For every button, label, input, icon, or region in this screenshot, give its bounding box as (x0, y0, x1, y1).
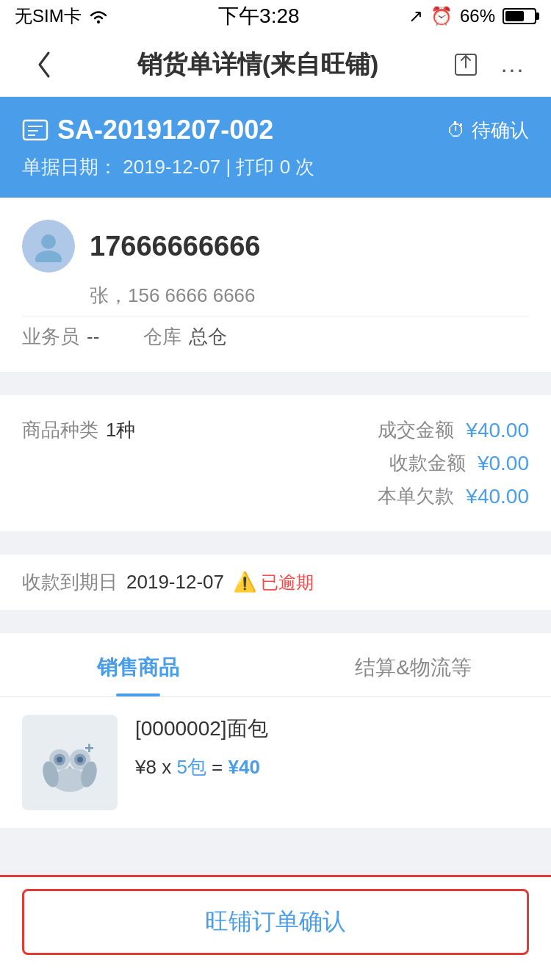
due-label: 收款到期日 (22, 569, 118, 595)
tab-settlement[interactable]: 结算&物流等 (276, 633, 551, 696)
battery-icon (503, 8, 536, 24)
received-row: 收款金额 ¥0.00 (389, 450, 529, 476)
product-name: [0000002]面包 (135, 715, 529, 743)
amount-label: 成交金额 (378, 417, 454, 443)
print-label: | 打印 (226, 156, 274, 178)
quantity-value: 5包 (176, 756, 206, 778)
back-button[interactable] (22, 43, 66, 87)
svg-text:+: + (84, 739, 94, 757)
equals-sign: = (212, 756, 228, 778)
svg-point-14 (77, 757, 83, 763)
status-carrier: 无SIM卡 (15, 4, 109, 28)
svg-point-8 (35, 251, 62, 262)
status-bar: 无SIM卡 下午3:28 ↗ ⏰ 66% (0, 0, 551, 32)
due-section: 收款到期日 2019-12-07 ⚠️ 已逾期 (0, 555, 551, 610)
battery-percentage: 66% (460, 6, 495, 26)
salesperson-value: -- (87, 325, 99, 348)
category-label: 商品种类 (22, 417, 98, 443)
overdue-badge: ⚠️ 已逾期 (233, 571, 314, 594)
stats-right: 成交金额 ¥40.00 收款金额 ¥0.00 本单欠款 ¥40.00 (378, 417, 529, 509)
order-header: SA-20191207-002 ⏱ 待确认 单据日期： 2019-12-07 |… (0, 97, 551, 198)
customer-meta: 业务员 -- 仓库 总仓 (22, 316, 529, 350)
owed-row: 本单欠款 ¥40.00 (378, 483, 529, 509)
customer-name: 张，156 6666 6666 (22, 283, 529, 309)
date-label: 单据日期： (22, 156, 118, 178)
product-section: + [0000002]面包 ¥8 x 5包 = ¥40 (0, 697, 551, 828)
warehouse-label: 仓库 (143, 324, 181, 350)
nav-actions: ... (450, 48, 529, 81)
customer-phone-row: 17666666666 (22, 220, 529, 273)
location-icon: ↗ (408, 6, 423, 26)
amount-value: ¥40.00 (466, 419, 529, 442)
tab-sales-products[interactable]: 销售商品 (0, 633, 276, 696)
category-row: 商品种类 1种 (22, 417, 135, 443)
print-count: 0 (280, 156, 290, 178)
stats-left: 商品种类 1种 (22, 417, 135, 443)
warehouse-value: 总仓 (189, 324, 227, 350)
product-price: ¥8 x 5包 = ¥40 (135, 754, 529, 780)
received-value: ¥0.00 (478, 452, 529, 475)
divider-1 (0, 383, 551, 395)
date-value: 2019-12-07 (123, 156, 220, 178)
multiply-sign: x (162, 756, 176, 778)
status-time: 下午3:28 (218, 2, 300, 30)
tab-settlement-label: 结算&物流等 (355, 656, 472, 679)
owed-value: ¥40.00 (466, 485, 529, 508)
price-value: ¥8 (135, 756, 156, 778)
carrier-text: 无SIM卡 (15, 4, 82, 28)
overdue-text: 已逾期 (261, 571, 314, 594)
due-date-value: 2019-12-07 (126, 571, 224, 594)
customer-avatar (22, 220, 75, 273)
salesperson-label: 业务员 (22, 324, 79, 350)
tabs-section: 销售商品 结算&物流等 (0, 633, 551, 697)
bottom-bar: 旺铺订单确认 (0, 875, 551, 980)
confirm-order-button[interactable]: 旺铺订单确认 (22, 889, 529, 955)
more-button[interactable]: ... (497, 48, 529, 81)
svg-point-13 (57, 757, 62, 763)
share-button[interactable] (450, 48, 482, 81)
customer-section: 17666666666 张，156 6666 6666 业务员 -- 仓库 总仓 (0, 198, 551, 372)
product-info: [0000002]面包 ¥8 x 5包 = ¥40 (135, 715, 529, 780)
order-icon (22, 119, 48, 141)
stats-section: 商品种类 1种 成交金额 ¥40.00 收款金额 ¥0.00 本单欠款 ¥40.… (0, 395, 551, 531)
alarm-icon: ⏰ (431, 6, 453, 26)
owed-label: 本单欠款 (378, 483, 454, 509)
more-icon: ... (501, 51, 525, 78)
nav-bar: 销货单详情(来自旺铺) ... (0, 32, 551, 97)
svg-point-7 (41, 234, 56, 249)
product-thumbnail: + (22, 715, 118, 810)
order-id-row: SA-20191207-002 (22, 115, 273, 145)
salesperson-item: 业务员 -- (22, 324, 99, 350)
nav-title: 销货单详情(来自旺铺) (66, 48, 450, 82)
order-status: ⏱ 待确认 (447, 118, 529, 143)
total-value: ¥40 (228, 756, 260, 778)
overdue-icon: ⚠️ (233, 571, 256, 594)
status-indicators: ↗ ⏰ 66% (408, 6, 536, 26)
divider-3 (0, 621, 551, 633)
wifi-icon (87, 8, 109, 24)
status-clock-icon: ⏱ (447, 119, 466, 142)
divider-2 (0, 543, 551, 555)
print-unit: 次 (295, 156, 314, 178)
order-id-text: SA-20191207-002 (57, 115, 273, 145)
status-text: 待确认 (472, 118, 529, 143)
warehouse-item: 仓库 总仓 (143, 324, 227, 350)
amount-row: 成交金额 ¥40.00 (378, 417, 529, 443)
order-date-row: 单据日期： 2019-12-07 | 打印 0 次 (22, 154, 529, 180)
tab-sales-label: 销售商品 (97, 656, 179, 679)
svg-point-0 (97, 21, 100, 24)
category-value: 1种 (106, 417, 135, 443)
received-label: 收款金额 (389, 450, 466, 476)
customer-phone: 17666666666 (90, 231, 260, 262)
